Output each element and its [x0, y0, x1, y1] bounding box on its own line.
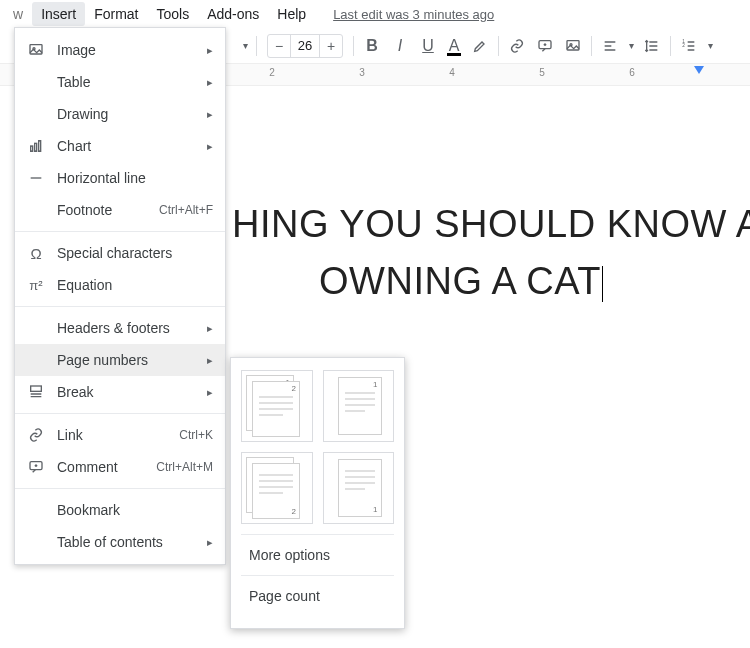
menu-item-table[interactable]: Table▸ — [15, 66, 225, 98]
chevron-right-icon: ▸ — [207, 140, 213, 153]
svg-rect-10 — [31, 386, 42, 391]
menu-item-break[interactable]: Break▸ — [15, 376, 225, 408]
chevron-down-icon[interactable]: ▾ — [703, 40, 717, 51]
page-numbers-submenu: 1 2 1 1 — [230, 357, 405, 629]
align-button[interactable] — [596, 32, 624, 60]
menu-item-label: Table — [57, 74, 201, 90]
ruler-tick-label: 2 — [269, 67, 275, 78]
menu-item-label: Horizontal line — [57, 170, 213, 186]
menu-shortcut: Ctrl+Alt+M — [156, 460, 213, 474]
menu-view[interactable]: w — [4, 2, 32, 26]
chevron-down-icon[interactable]: ▾ — [238, 40, 252, 51]
insert-link-button[interactable] — [503, 32, 531, 60]
chevron-right-icon: ▸ — [207, 322, 213, 335]
insert-comment-button[interactable] — [531, 32, 559, 60]
menubar: w Insert Format Tools Add-ons Help Last … — [0, 0, 750, 28]
doc-title-line1: HING YOU SHOULD KNOW ABOUT — [232, 196, 730, 253]
menu-item-bookmark[interactable]: Bookmark — [15, 494, 225, 526]
indent-marker[interactable] — [694, 66, 704, 74]
ruler-tick-label: 5 — [539, 67, 545, 78]
chevron-right-icon: ▸ — [207, 108, 213, 121]
menu-item-label: Image — [57, 42, 201, 58]
menu-item-label: Headers & footers — [57, 320, 201, 336]
page-number-option-bottom-right-single[interactable]: 1 — [323, 452, 395, 524]
insert-image-button[interactable] — [559, 32, 587, 60]
menu-item-equation[interactable]: π²Equation — [15, 269, 225, 301]
insert-menu-dropdown: Image▸Table▸Drawing▸Chart▸Horizontal lin… — [14, 27, 226, 565]
page-number-option-top-right-stacked[interactable]: 1 2 — [241, 370, 313, 442]
svg-rect-8 — [35, 143, 37, 151]
doc-title-line2: OWNING A CAT — [192, 253, 730, 310]
menu-item-comment[interactable]: CommentCtrl+Alt+M — [15, 451, 225, 483]
page-numbers-page-count[interactable]: Page count — [241, 575, 394, 616]
bold-button[interactable]: B — [358, 32, 386, 60]
menu-item-headers-footers[interactable]: Headers & footers▸ — [15, 312, 225, 344]
menu-item-image[interactable]: Image▸ — [15, 34, 225, 66]
ruler-tick-label: 6 — [629, 67, 635, 78]
highlight-button[interactable] — [466, 32, 494, 60]
menu-addons[interactable]: Add-ons — [198, 2, 268, 26]
pi-icon: π² — [25, 278, 47, 293]
menu-item-chart[interactable]: Chart▸ — [15, 130, 225, 162]
menu-item-table-of-contents[interactable]: Table of contents▸ — [15, 526, 225, 558]
chevron-right-icon: ▸ — [207, 354, 213, 367]
hr-icon — [25, 170, 47, 186]
menu-separator — [15, 231, 225, 232]
text-cursor — [602, 266, 603, 302]
svg-text:2: 2 — [682, 43, 685, 48]
menu-item-footnote[interactable]: FootnoteCtrl+Alt+F — [15, 194, 225, 226]
menu-item-link[interactable]: LinkCtrl+K — [15, 419, 225, 451]
ruler-tick-label: 3 — [359, 67, 365, 78]
link-icon — [25, 427, 47, 443]
line-spacing-button[interactable] — [638, 32, 666, 60]
page-numbers-more-options[interactable]: More options — [241, 534, 394, 575]
font-size-control: − 26 + — [267, 34, 343, 58]
menu-item-horizontal-line[interactable]: Horizontal line — [15, 162, 225, 194]
chevron-down-icon[interactable]: ▾ — [624, 40, 638, 51]
menu-insert[interactable]: Insert — [32, 2, 85, 26]
chart-icon — [25, 138, 47, 154]
menu-item-label: Bookmark — [57, 502, 213, 518]
menu-item-special-characters[interactable]: ΩSpecial characters — [15, 237, 225, 269]
svg-rect-9 — [39, 141, 41, 152]
menu-format[interactable]: Format — [85, 2, 147, 26]
image-icon — [25, 42, 47, 58]
menu-item-label: Page numbers — [57, 352, 201, 368]
numbered-list-button[interactable]: 12 — [675, 32, 703, 60]
ruler-tick-label: 4 — [449, 67, 455, 78]
menu-separator — [15, 306, 225, 307]
svg-rect-7 — [31, 146, 33, 151]
font-size-increase[interactable]: + — [320, 35, 342, 57]
text-color-button[interactable]: A — [442, 32, 466, 60]
chevron-right-icon: ▸ — [207, 386, 213, 399]
menu-shortcut: Ctrl+K — [179, 428, 213, 442]
break-icon — [25, 384, 47, 400]
menu-item-label: Equation — [57, 277, 213, 293]
menu-help[interactable]: Help — [268, 2, 315, 26]
menu-item-label: Drawing — [57, 106, 201, 122]
menu-separator — [15, 488, 225, 489]
menu-item-label: Table of contents — [57, 534, 201, 550]
underline-button[interactable]: U — [414, 32, 442, 60]
omega-icon: Ω — [25, 245, 47, 262]
font-size-value[interactable]: 26 — [290, 35, 320, 57]
menu-item-page-numbers[interactable]: Page numbers▸ — [15, 344, 225, 376]
menu-item-drawing[interactable]: Drawing▸ — [15, 98, 225, 130]
font-size-decrease[interactable]: − — [268, 35, 290, 57]
menu-item-label: Break — [57, 384, 201, 400]
menu-item-label: Chart — [57, 138, 201, 154]
menu-item-label: Link — [57, 427, 179, 443]
page-number-option-top-right-single[interactable]: 1 — [323, 370, 395, 442]
italic-button[interactable]: I — [386, 32, 414, 60]
page-number-option-bottom-right-stacked[interactable]: 1 2 — [241, 452, 313, 524]
menu-shortcut: Ctrl+Alt+F — [159, 203, 213, 217]
menu-tools[interactable]: Tools — [147, 2, 198, 26]
comment-icon — [25, 459, 47, 475]
chevron-right-icon: ▸ — [207, 76, 213, 89]
chevron-right-icon: ▸ — [207, 536, 213, 549]
last-edit-link[interactable]: Last edit was 3 minutes ago — [333, 7, 494, 22]
menu-item-label: Comment — [57, 459, 156, 475]
menu-separator — [15, 413, 225, 414]
menu-item-label: Special characters — [57, 245, 213, 261]
menu-item-label: Footnote — [57, 202, 159, 218]
